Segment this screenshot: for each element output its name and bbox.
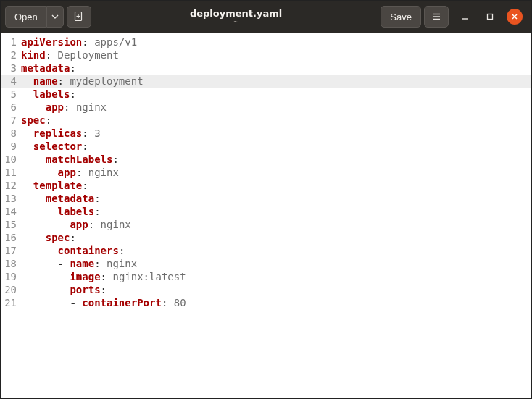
code-content: image: nginx:latest: [20, 270, 186, 283]
code-line[interactable]: 18 - name: nginx: [1, 257, 531, 270]
line-number: 3: [1, 62, 20, 75]
code-line[interactable]: 3metadata:: [1, 62, 531, 75]
code-content: labels:: [20, 88, 76, 101]
code-line[interactable]: 7spec:: [1, 114, 531, 127]
code-line[interactable]: 12 template:: [1, 179, 531, 192]
code-content: app: nginx: [20, 166, 119, 179]
code-line[interactable]: 15 app: nginx: [1, 218, 531, 231]
code-line[interactable]: 8 replicas: 3: [1, 127, 531, 140]
new-tab-button[interactable]: [67, 6, 91, 28]
code-line[interactable]: 1apiVersion: apps/v1: [1, 35, 531, 49]
maximize-button[interactable]: [482, 9, 498, 25]
line-number: 21: [1, 296, 20, 309]
svg-rect-7: [488, 14, 493, 20]
line-number: 15: [1, 218, 20, 231]
code-content: ports:: [20, 283, 107, 296]
code-content: labels:: [20, 205, 101, 218]
code-content: app: nginx: [20, 101, 107, 114]
code-content: containers:: [20, 244, 125, 257]
code-content: spec:: [20, 231, 76, 244]
code-line[interactable]: 4 name: mydeployment: [1, 75, 531, 88]
code-content: template:: [20, 179, 88, 192]
line-number: 14: [1, 205, 20, 218]
code-line[interactable]: 17 containers:: [1, 244, 531, 257]
save-button[interactable]: Save: [381, 6, 421, 28]
line-number: 12: [1, 179, 20, 192]
title-area: deployment.yaml ~: [94, 8, 378, 26]
line-number: 7: [1, 114, 20, 127]
line-number: 17: [1, 244, 20, 257]
minimize-button[interactable]: [457, 9, 473, 25]
code-line[interactable]: 2kind: Deployment: [1, 49, 531, 62]
line-number: 13: [1, 192, 20, 205]
document-subtitle: ~: [94, 18, 378, 26]
code-line[interactable]: 11 app: nginx: [1, 166, 531, 179]
document-title: deployment.yaml: [94, 8, 378, 19]
code-line[interactable]: 6 app: nginx: [1, 101, 531, 114]
line-number: 9: [1, 140, 20, 153]
code-content: kind: Deployment: [20, 49, 119, 62]
code-line[interactable]: 10 matchLabels:: [1, 153, 531, 166]
code-line[interactable]: 16 spec:: [1, 231, 531, 244]
new-document-icon: [73, 11, 85, 22]
line-number: 5: [1, 88, 20, 101]
code-line[interactable]: 21 - containerPort: 80: [1, 296, 531, 309]
code-content: selector:: [20, 140, 88, 153]
code-line[interactable]: 14 labels:: [1, 205, 531, 218]
line-number: 11: [1, 166, 20, 179]
code-line[interactable]: 13 metadata:: [1, 192, 531, 205]
close-button[interactable]: [507, 9, 523, 25]
code-content: spec:: [20, 114, 51, 127]
line-number: 6: [1, 101, 20, 114]
code-content: metadata:: [20, 62, 76, 75]
code-content: metadata:: [20, 192, 101, 205]
line-number: 10: [1, 153, 20, 166]
code-line[interactable]: 5 labels:: [1, 88, 531, 101]
code-content: matchLabels:: [20, 153, 119, 166]
code-content: - name: nginx: [20, 257, 137, 270]
code-content: app: nginx: [20, 218, 131, 231]
editor-window: Open deployment.yaml ~ Save: [0, 0, 532, 399]
line-number: 1: [1, 35, 20, 49]
line-number: 18: [1, 257, 20, 270]
close-icon: [511, 13, 518, 20]
code-content: - containerPort: 80: [20, 296, 186, 309]
minimize-icon: [461, 12, 470, 21]
code-line[interactable]: 19 image: nginx:latest: [1, 270, 531, 283]
code-content: name: mydeployment: [20, 75, 144, 88]
editor-area[interactable]: 1apiVersion: apps/v12kind: Deployment3me…: [1, 33, 531, 398]
chevron-down-icon: [51, 13, 59, 20]
code-line[interactable]: 9 selector:: [1, 140, 531, 153]
code-line[interactable]: 20 ports:: [1, 283, 531, 296]
line-number: 2: [1, 49, 20, 62]
line-number: 19: [1, 270, 20, 283]
maximize-icon: [486, 12, 494, 21]
line-number: 20: [1, 283, 20, 296]
window-controls: [457, 9, 523, 25]
open-button[interactable]: Open: [5, 6, 46, 28]
titlebar: Open deployment.yaml ~ Save: [1, 1, 531, 33]
hamburger-icon: [431, 12, 441, 22]
line-number: 4: [1, 75, 20, 88]
menu-button[interactable]: [424, 6, 449, 28]
line-number: 8: [1, 127, 20, 140]
open-dropdown-button[interactable]: [46, 6, 64, 28]
code-content: replicas: 3: [20, 127, 101, 140]
line-number: 16: [1, 231, 20, 244]
code-content: apiVersion: apps/v1: [20, 35, 137, 49]
